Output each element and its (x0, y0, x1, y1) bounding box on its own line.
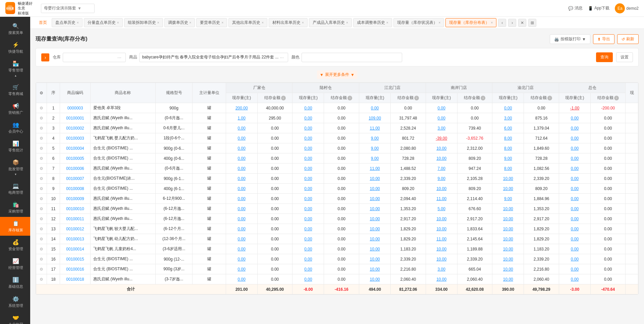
close-icon[interactable]: × (491, 21, 493, 25)
row-yb-stock[interactable]: 8.00 (492, 133, 524, 143)
row-lu-stock[interactable]: 0.00 (292, 214, 324, 224)
sidebar-item-search[interactable]: 🔍 搜索英单 (0, 19, 30, 38)
row-actions[interactable]: ⚙ (36, 133, 47, 143)
tab-fenpan-history[interactable]: 分量盘点单历史 × (84, 18, 123, 27)
sidebar-item-operations[interactable]: 📈 经营管理 (0, 254, 30, 273)
row-lu-stock[interactable]: 0.00 (292, 123, 324, 133)
row-na-stock[interactable]: 10.00 (426, 254, 457, 264)
row-yb-stock[interactable]: 10.00 (492, 204, 524, 214)
tab-assemble-history[interactable]: 组装拆卸单历史 × (124, 18, 163, 27)
row-lu-stock[interactable]: 0.00 (292, 194, 324, 204)
sidebar-item-basics[interactable]: ℹ️ 基础信息 (0, 273, 30, 292)
row-tot-stock[interactable]: 0.00 (559, 113, 590, 123)
row-actions[interactable]: ⚙ (36, 153, 47, 164)
row-tot-stock[interactable]: 0.00 (559, 194, 590, 204)
row-jb-stock[interactable]: 10.00 (359, 224, 390, 234)
row-yb-stock[interactable]: 10.00 (492, 244, 524, 254)
row-tot-stock[interactable]: 0.00 (559, 174, 590, 184)
row-jb-stock[interactable]: 10.00 (359, 234, 390, 244)
row-na-stock[interactable]: 9.00 (426, 174, 457, 184)
row-na-stock[interactable]: 0.00 (426, 113, 457, 123)
row-jb-stock[interactable]: 11.00 (359, 164, 390, 174)
row-actions[interactable]: ⚙ (36, 184, 47, 194)
warehouse-dots-btn[interactable]: ··· (116, 55, 123, 60)
tab-product-in-history[interactable]: 产成品入库单历史 × (309, 18, 352, 27)
row-gear-icon[interactable]: ⚙ (40, 156, 43, 161)
sidebar-item-cooperation[interactable]: 🤝 企业协同 (0, 311, 30, 324)
color-text-input[interactable] (305, 55, 399, 60)
close-icon[interactable]: × (346, 21, 348, 25)
close-icon[interactable]: × (77, 21, 79, 25)
row-yb-stock[interactable]: 10.00 (492, 234, 524, 244)
sidebar-item-marketing[interactable]: 📢 营销推广 (0, 99, 30, 118)
row-na-stock[interactable]: 5.00 (426, 204, 457, 214)
row-jb-stock[interactable]: 109.00 (359, 113, 390, 123)
row-fac-stock[interactable]: 0.00 (226, 244, 257, 254)
row-fac-stock[interactable]: 200.00 (226, 103, 257, 113)
row-na-stock[interactable]: 11.00 (426, 234, 457, 244)
row-fac-stock[interactable]: 0.00 (226, 194, 257, 204)
row-yb-stock[interactable]: 10.00 (492, 184, 524, 194)
row-na-stock[interactable]: 3.00 (426, 264, 457, 274)
row-na-stock[interactable]: 10.00 (426, 244, 457, 254)
row-jb-stock[interactable]: 10.00 (359, 174, 390, 184)
row-jb-stock[interactable]: 11.00 (359, 123, 390, 133)
row-gear-icon[interactable]: ⚙ (40, 247, 43, 251)
row-na-stock[interactable]: 10.00 (426, 153, 457, 164)
system-selector[interactable]: 母婴行业演示陈套 ▼ (41, 4, 95, 13)
row-tot-stock[interactable]: 0.00 (559, 234, 590, 244)
row-actions[interactable]: ⚙ (36, 224, 47, 234)
row-jb-stock[interactable]: 10.00 (359, 184, 390, 194)
row-yb-stock[interactable]: 10.00 (492, 214, 524, 224)
row-gear-icon[interactable]: ⚙ (40, 126, 43, 131)
app-download-btn[interactable]: 📱 App下载 (588, 5, 609, 11)
row-lu-stock[interactable]: 0.00 (292, 143, 324, 153)
row-fac-stock[interactable]: 0.00 (226, 123, 257, 133)
tab-home[interactable]: 首页 (36, 18, 50, 27)
row-yb-stock[interactable]: 3.00 (492, 113, 524, 123)
row-gear-icon[interactable]: ⚙ (40, 176, 43, 181)
refresh-btn[interactable]: ↺ 刷新 (617, 34, 639, 44)
row-na-stock[interactable]: 3.00 (426, 123, 457, 133)
row-gear-icon[interactable]: ⚙ (40, 237, 43, 241)
row-gear-icon[interactable]: ⚙ (40, 106, 43, 110)
row-tot-stock[interactable]: 0.00 (559, 244, 590, 254)
row-yb-stock[interactable]: 10.00 (492, 254, 524, 264)
tab-inventory-distribution[interactable]: 现存量（库存分布表） × (445, 18, 496, 27)
row-lu-stock[interactable]: 0.00 (292, 234, 324, 244)
row-yb-stock[interactable]: 10.00 (492, 224, 524, 234)
tab-transfer-history[interactable]: 调拨单历史 × (164, 18, 195, 27)
messages-btn[interactable]: 💬 消息 (568, 5, 583, 11)
row-fac-stock[interactable]: 0.00 (226, 133, 257, 143)
row-tot-stock[interactable]: 0.00 (559, 214, 590, 224)
row-gear-icon[interactable]: ⚙ (40, 186, 43, 191)
row-jb-stock[interactable]: 9.00 (359, 133, 390, 143)
row-fac-stock[interactable]: 0.00 (226, 234, 257, 244)
row-fac-stock[interactable]: 0.00 (226, 153, 257, 164)
row-fac-stock[interactable]: 0.00 (226, 204, 257, 214)
row-tot-stock[interactable]: 0.00 (559, 164, 590, 174)
row-lu-stock[interactable]: 0.00 (292, 164, 324, 174)
row-gear-icon[interactable]: ⚙ (40, 206, 43, 211)
row-actions[interactable]: ⚙ (36, 234, 47, 244)
row-tot-stock[interactable]: 0.00 (559, 204, 590, 214)
row-actions[interactable]: ⚙ (36, 214, 47, 224)
tab-material-out-history[interactable]: 材料出库单历史 × (269, 18, 308, 27)
row-lu-stock[interactable]: 0.00 (292, 224, 324, 234)
row-yb-stock[interactable]: 10.00 (492, 274, 524, 284)
row-lu-stock[interactable]: 0.00 (292, 254, 324, 264)
close-icon[interactable]: × (221, 21, 223, 25)
row-na-stock[interactable]: 7.00 (426, 164, 457, 174)
row-yb-stock[interactable]: 10.00 (492, 174, 524, 184)
row-tot-stock[interactable]: 0.00 (559, 153, 590, 164)
expand-more-btn[interactable]: ▼ 展开更多条件 ▼ (317, 71, 357, 79)
row-gear-icon[interactable]: ⚙ (40, 267, 43, 272)
expand-btn[interactable]: › (41, 53, 49, 61)
na-amount-info-icon[interactable]: i (481, 96, 485, 100)
row-actions[interactable]: ⚙ (36, 174, 47, 184)
row-yb-stock[interactable]: 9.00 (492, 153, 524, 164)
gear-icon[interactable]: ⚙ (40, 91, 43, 95)
close-icon[interactable]: × (262, 21, 264, 25)
row-gear-icon[interactable]: ⚙ (40, 227, 43, 231)
sidebar-item-finance[interactable]: 💰 资金管理 (0, 236, 30, 254)
